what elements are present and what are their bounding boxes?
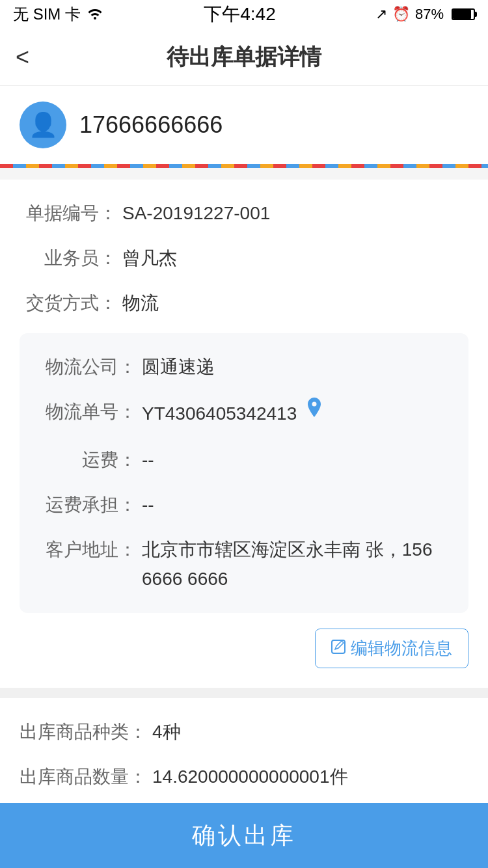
address-row: 客户地址： 北京市市辖区海淀区永丰南 张，156 6666 6666	[39, 536, 449, 594]
tracking-no-text: YT4306405342413	[142, 400, 297, 429]
freight-bear-label: 运费承担：	[39, 491, 137, 520]
freight-bear-value: --	[137, 491, 449, 520]
battery-pct: 87%	[415, 6, 444, 23]
salesperson-label: 业务员：	[20, 244, 117, 273]
alarm-icon: ⏰	[392, 6, 410, 23]
confirm-btn-area[interactable]: 确认出库	[0, 803, 488, 868]
freight-label: 运费：	[39, 446, 137, 475]
battery-icon	[452, 8, 475, 20]
back-button[interactable]: <	[16, 44, 29, 71]
wifi-icon	[86, 5, 104, 23]
salesperson-value: 曾凡杰	[117, 244, 468, 273]
goods-type-label: 出库商品种类：	[20, 718, 147, 747]
avatar-icon: 👤	[29, 111, 58, 139]
edit-btn-row: 编辑物流信息	[20, 629, 468, 668]
logistics-company-label: 物流公司：	[39, 353, 137, 382]
status-time: 下午4:42	[204, 2, 276, 27]
location-status-icon: ↗	[375, 6, 387, 23]
edit-logistics-button[interactable]: 编辑物流信息	[315, 629, 468, 668]
goods-qty-label: 出库商品数量：	[20, 763, 147, 792]
logistics-company-row: 物流公司： 圆通速递	[39, 353, 449, 382]
user-header: 👤 17666666666	[0, 86, 488, 164]
doc-number-label: 单据编号：	[20, 199, 117, 228]
status-bar: 无 SIM 卡 下午4:42 ↗ ⏰ 87%	[0, 0, 488, 29]
delivery-method-label: 交货方式：	[20, 289, 117, 318]
user-phone: 17666666666	[79, 111, 223, 139]
confirm-btn-text: 确认出库	[192, 820, 296, 852]
freight-row: 运费： --	[39, 446, 449, 475]
page-title: 待出库单据详情	[167, 42, 321, 72]
nav-bar: < 待出库单据详情	[0, 29, 488, 86]
avatar: 👤	[20, 102, 66, 148]
status-right: ↗ ⏰ 87%	[375, 6, 475, 23]
status-left: 无 SIM 卡	[13, 4, 104, 25]
delivery-method-row: 交货方式： 物流	[20, 289, 468, 318]
tracking-location-icon	[305, 398, 324, 430]
sim-label: 无 SIM 卡	[13, 4, 81, 25]
edit-btn-label: 编辑物流信息	[351, 637, 452, 660]
goods-type-row: 出库商品种类： 4种	[20, 718, 468, 747]
salesperson-row: 业务员： 曾凡杰	[20, 244, 468, 273]
tracking-no-value: YT4306405342413	[137, 398, 449, 430]
tracking-no-row: 物流单号： YT4306405342413	[39, 398, 449, 430]
doc-number-row: 单据编号： SA-20191227-001	[20, 199, 468, 228]
delivery-method-value: 物流	[117, 289, 468, 318]
doc-number-value: SA-20191227-001	[117, 199, 468, 228]
address-label: 客户地址：	[39, 536, 137, 565]
logistics-company-value: 圆通速递	[137, 353, 449, 382]
goods-qty-value: 14.620000000000001件	[147, 763, 468, 792]
goods-type-value: 4种	[147, 718, 468, 747]
freight-bear-row: 运费承担： --	[39, 491, 449, 520]
logistics-card: 物流公司： 圆通速递 物流单号： YT4306405342413 运费： -- …	[20, 333, 468, 613]
edit-icon	[331, 640, 346, 658]
dashed-divider	[0, 164, 488, 168]
section-divider	[0, 688, 488, 698]
goods-qty-row: 出库商品数量： 14.620000000000001件	[20, 763, 468, 792]
tracking-no-label: 物流单号：	[39, 398, 137, 427]
freight-value: --	[137, 446, 449, 475]
address-value: 北京市市辖区海淀区永丰南 张，156 6666 6666	[137, 536, 449, 594]
basic-info-section: 单据编号： SA-20191227-001 业务员： 曾凡杰 交货方式： 物流 …	[0, 180, 488, 688]
